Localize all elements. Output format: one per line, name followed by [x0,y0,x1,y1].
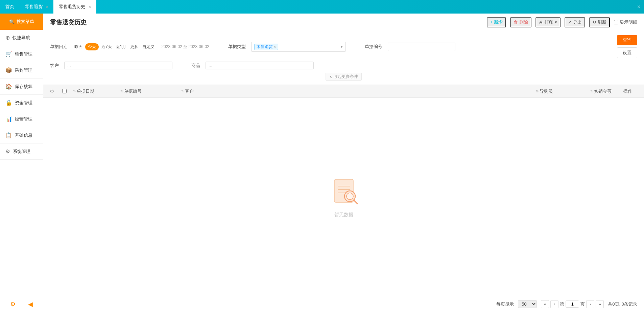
filter-customer-input[interactable]: ... [64,62,172,69]
sidebar-search[interactable]: 🔍 搜索菜单 [0,14,43,30]
th-sort-icon-date[interactable]: ⇅ [73,89,76,93]
date-btn-7days[interactable]: 近7天 [100,43,113,50]
settings-bottom-icon[interactable]: ⚙ [10,300,16,308]
print-button[interactable]: 🖨 打印 ▾ [535,17,560,27]
sidebar-item-sys-mgmt[interactable]: ⚙ 系统管理 [0,143,43,160]
delete-button[interactable]: 🗑 删除 [510,17,531,27]
date-btn-yesterday[interactable]: 昨天 [73,43,84,50]
finance-mgmt-icon: 🔒 [5,99,12,106]
empty-state: 暂无数据 [43,98,644,296]
refresh-button[interactable]: ↻ 刷新 [589,17,610,27]
tab-retail-return-close[interactable]: × [46,5,48,9]
svg-line-6 [354,200,357,204]
tab-retail-return-history[interactable]: 零售退货历史 × [53,0,96,14]
tab-home[interactable]: 首页 [0,0,20,14]
sys-mgmt-icon: ⚙ [5,148,10,155]
filter-row-1: 单据日期 昨天 今天 近7天 近1月 更多 自定义 2023-06-02 至 2… [50,35,637,58]
page-size-label: 每页显示 [496,301,514,307]
window-close-btn[interactable]: × [634,0,644,14]
page-first-btn[interactable]: « [541,300,549,308]
table-header: ⚙ ⇅ 单据日期 ⇅ 单据编号 ⇅ 客户 ⇅ [43,85,644,98]
add-button[interactable]: + 新增 [487,17,506,27]
th-sort-icon-guide[interactable]: ⇅ [536,89,539,93]
total-label: 共0页, 0条记录 [608,301,637,307]
show-detail-checkbox-label[interactable]: 显示明细 [614,19,637,25]
filter-bill-type-tag: 零售退货 × [254,44,278,50]
filter-date-btns: 昨天 今天 近7天 近1月 更多 自定义 [73,43,156,50]
top-bar: 首页 零售退货 × 零售退货历史 × × [0,0,644,14]
filter-bill-type-label: 单据类型 [228,44,246,50]
th-sort-icon-billno[interactable]: ⇅ [120,89,123,93]
date-range-text: 2023-06-02 至 2023-06-02 [161,44,209,50]
goods-dots: ... [209,63,212,68]
export-label: 导出 [573,19,582,25]
customer-dots: ... [67,63,71,68]
top-bar-tabs: 首页 零售退货 × 零售退货历史 × [0,0,634,14]
export-icon: ↗ [568,20,572,25]
filter-bill-type-tag-close[interactable]: × [274,45,276,49]
page-prev-btn[interactable]: ‹ [550,300,558,308]
sidebar-item-sys-label: 系统管理 [13,149,30,155]
sidebar-item-basic-info[interactable]: 📋 基础信息 [0,127,43,143]
sidebar-item-ops-label: 经营管理 [15,116,32,122]
filter-bill-no-input[interactable] [388,43,455,51]
tab-retail-return-history-label: 零售退货历史 [59,4,85,10]
sidebar-item-ops-mgmt[interactable]: 📊 经营管理 [0,111,43,127]
th-bill-no: ⇅ 单据编号 [118,88,178,94]
page-size-select[interactable]: 50 10 20 100 [518,300,537,308]
th-action: 操作 [614,88,641,94]
date-btn-1month[interactable]: 近1月 [115,43,128,50]
sidebar-bottom: ⚙ ◀ [0,296,43,312]
page-last-btn[interactable]: » [596,300,604,308]
date-btn-today[interactable]: 今天 [85,43,99,50]
page-title: 零售退货历史 [50,18,87,26]
filter-bill-date-label: 单据日期 [50,44,68,50]
th-settings[interactable]: ⚙ [46,89,58,94]
date-btn-more[interactable]: 更多 [129,43,140,50]
tab-retail-return[interactable]: 零售退货 × [20,0,53,14]
refresh-label: 刷新 [598,19,606,25]
header-actions: + 新增 🗑 删除 🖨 打印 ▾ ↗ 导出 ↻ 刷新 显示明细 [487,17,637,27]
select-all-checkbox[interactable] [62,89,67,93]
inventory-icon: 🏠 [5,83,12,90]
th-checkbox[interactable] [58,89,70,93]
collapse-button[interactable]: ∧ 收起更多条件 [326,73,362,81]
sidebar-item-inventory[interactable]: 🏠 库存核算 [0,79,43,95]
sidebar-item-finance-label: 资金管理 [15,100,32,106]
print-icon: 🖨 [539,20,543,25]
content-area: 零售退货历史 + 新增 🗑 删除 🖨 打印 ▾ ↗ 导出 ↻ 刷新 [43,14,644,312]
show-detail-label: 显示明细 [620,19,637,25]
th-customer-label: 客户 [185,88,194,94]
filter-bill-type-select[interactable]: 零售退货 × ▾ [251,42,346,52]
export-button[interactable]: ↗ 导出 [565,17,585,27]
refresh-icon: ↻ [593,20,596,25]
filter-goods-input[interactable]: ... [206,62,314,69]
settings-icon[interactable]: ⚙ [50,89,54,94]
page-input[interactable] [566,300,579,308]
collapse-bar: ∧ 收起更多条件 [50,73,637,81]
th-sort-icon-customer[interactable]: ⇅ [181,89,184,93]
query-action-btns: 查询 设置 [617,35,637,58]
date-btn-custom[interactable]: 自定义 [141,43,156,50]
collapse-sidebar-icon[interactable]: ◀ [28,300,33,308]
sidebar-item-quick-nav-label: 快捷导航 [13,35,30,41]
sidebar-item-finance-mgmt[interactable]: 🔒 资金管理 [0,95,43,111]
th-amount-label: 实销金额 [594,88,612,94]
th-amount: ⇅ 实销金额 [574,88,614,94]
th-bill-date-label: 单据日期 [77,88,94,94]
sales-mgmt-icon: 🛒 [5,51,12,57]
page-next-btn[interactable]: › [586,300,594,308]
sidebar-item-sales-mgmt[interactable]: 🛒 销售管理 [0,46,43,62]
th-guide-label: 导购员 [540,88,553,94]
show-detail-checkbox[interactable] [614,20,618,24]
settings-button[interactable]: 设置 [617,47,637,58]
filter-goods-label: 商品 [191,63,200,69]
sidebar-item-purchase-mgmt[interactable]: 📦 采购管理 [0,62,43,79]
th-sort-icon-amount[interactable]: ⇅ [590,89,593,93]
query-button[interactable]: 查询 [617,35,637,45]
filter-row-2: 客户 ... 商品 ... [50,62,637,69]
svg-point-5 [347,193,353,200]
th-guide: ⇅ 导购员 [533,88,574,94]
tab-retail-return-history-close[interactable]: × [89,5,91,9]
sidebar-item-quick-nav[interactable]: ⊕ 快捷导航 [0,30,43,46]
